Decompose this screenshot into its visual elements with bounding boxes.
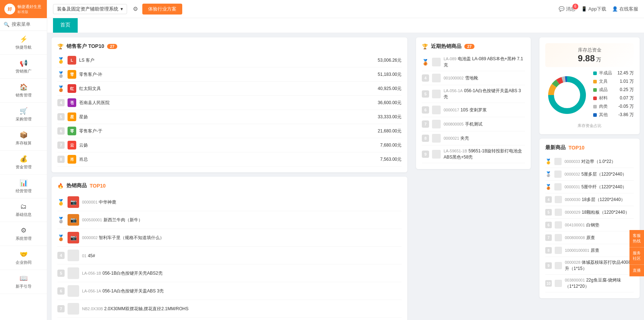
product-name: 雪地靴 [465, 75, 478, 81]
list-item: 8 0000011 12070519-xs [57, 318, 402, 320]
product-thumbnail [68, 285, 79, 297]
rank-number: 5 [422, 90, 429, 98]
sidebar-item-quicknav[interactable]: ⚡ 快捷导航 [0, 31, 47, 55]
message-btn[interactable]: 💬 消息 6 [559, 6, 575, 12]
legend-item: 半成品 12.45 万 [593, 70, 634, 76]
list-item: 7 NB2.0X30B 2.0X30MM双摆花轴,摆花直径2.1MM/ROHS [57, 300, 402, 318]
search-icon: 🔍 [4, 22, 9, 27]
product-code: 000500001 [82, 218, 102, 222]
customers-rank-list: 🥇 L LS 客户 53,006.26元 🥈 零 零售客户-许 51,183.0… [57, 53, 402, 167]
product-icon [554, 158, 562, 165]
sidebar-item-operations[interactable]: 📊 经营管理 [0, 175, 47, 198]
medal-icon: 🥈 [57, 217, 65, 223]
rank-number: 5 [57, 270, 65, 277]
customer-amount: 21,680.00元 [378, 128, 402, 134]
customer-amount: 40,925.00元 [378, 86, 402, 92]
float-btn-live[interactable]: 直播 [629, 265, 644, 276]
rank-number: 4 [57, 252, 65, 259]
product-info: 003800001 22g鱼豆腐-烧烤味（1*12*20） [565, 277, 634, 290]
guide-label: 新手引导 [16, 284, 32, 289]
tab-home[interactable]: 首页 [53, 18, 78, 33]
product-name: 5厘多层（1220*2440） [581, 172, 627, 177]
legend-category: 文具 [599, 78, 617, 85]
settings-icon[interactable]: ⚙ [133, 5, 138, 12]
sidebar-item-collab[interactable]: 🤝 企业协同 [0, 246, 47, 270]
legend-category: 成品 [599, 87, 617, 93]
product-info: 0000033 对边带（1.0*22） [564, 159, 634, 165]
trophy2-icon: 🏆 [422, 44, 428, 49]
sidebar-item-purchase[interactable]: 🛒 采购管理 [0, 103, 47, 127]
online-service-btn[interactable]: 👤 在线客服 [612, 6, 638, 12]
sidebar-item-basicinfo[interactable]: 🗂 基础信息 [0, 198, 47, 222]
rank-number: 6 [422, 106, 429, 114]
medal-icon: 🥇 [57, 199, 65, 206]
list-item: 6 LA-056-1A 056-1A白色按键开关盖ABS 3壳 [57, 282, 402, 300]
product-code: 0000029 [565, 210, 580, 214]
sidebar-item-system[interactable]: ⚙ 系统管理 [0, 222, 47, 246]
product-info: 0000017 10S 变刺罗浆 [444, 107, 525, 113]
inventory-icon: 📦 [20, 131, 28, 139]
product-info: 0000029 18颗粒板（1220*2440） [565, 209, 634, 216]
trial-button[interactable]: 体验行业方案 [142, 4, 182, 15]
customer-name: 红太阳文具 [79, 86, 375, 92]
logo-icon: 好 [4, 4, 15, 15]
customer-name: 肖总 [79, 156, 377, 163]
legend-dot [593, 97, 597, 100]
latest-top10-label: TOP10 [568, 145, 584, 151]
sidebar-search[interactable]: 🔍 搜索菜单 [0, 18, 47, 31]
product-info: 0000001 中华神鹿 [82, 199, 402, 205]
app-download-btn[interactable]: 📱 App下载 [581, 6, 606, 12]
list-item: 5 0000029 18颗粒板（1220*2440） [545, 206, 634, 219]
medal-icon: 🥉 [545, 184, 551, 190]
product-name: 对边带（1.0*22） [581, 159, 616, 164]
customer-name: 零售客户-于 [79, 128, 375, 134]
logo-text: 畅捷通好生意 标准版 [17, 4, 41, 14]
content-right: 库存总资金 9.88 万 [535, 33, 644, 320]
product-thumbnail [68, 303, 79, 315]
product-info: 0000032 5厘多层（1220*2440） [564, 171, 634, 177]
legend-category: 肉类 [599, 103, 616, 110]
product-name: 夹壳 [460, 136, 469, 141]
product-code: LA-59651-1B [444, 149, 467, 153]
recent-hot-header: 🏆 近期热销商品 27 [422, 43, 525, 50]
product-name: 18多层（1220*2440） [582, 197, 625, 202]
product-name: 45# [88, 253, 95, 258]
product-icon [555, 196, 562, 203]
customer-amount: 36,600.00元 [378, 100, 402, 106]
customers-badge: 27 [107, 44, 117, 49]
product-name: 056-1A白色按键开关盖ABS 3壳 [102, 288, 164, 294]
sales-icon: 🏠 [20, 83, 28, 91]
latest-products-card: 最新商品 TOP10 🥇 0000033 对边带（1.0*22） 🥈 00000… [539, 139, 640, 298]
marketing-label: 营销推广 [16, 69, 32, 74]
float-btn-community[interactable]: 服务社区 [629, 247, 644, 265]
rank-number: 6 [545, 222, 552, 228]
inventory-card: 库存总资金 9.88 万 [539, 37, 640, 134]
product-code: 000800005 [444, 122, 464, 126]
basicinfo-icon: 🗂 [20, 203, 27, 210]
list-item: 4 01 45# [57, 247, 402, 264]
system-label: 系统管理 [16, 236, 32, 241]
product-code: 001000002 [444, 76, 464, 80]
sidebar-item-finance[interactable]: 💰 资金管理 [0, 151, 47, 175]
sidebar-item-sales[interactable]: 🏠 销售管理 [0, 79, 47, 103]
operations-label: 经营管理 [16, 188, 32, 194]
float-btn-service[interactable]: 客服热线 [629, 230, 644, 247]
product-code: 0000001 [82, 200, 98, 204]
product-code: LA-056-1A [82, 289, 101, 293]
product-name: 手机测试 [465, 122, 482, 127]
system-selector[interactable]: 装备及固定资产辅助管理系统 ▾ [53, 4, 127, 14]
content-left: 🏆 销售客户 TOP10 27 🥇 L LS 客户 53,006.26元 🥈 零… [47, 33, 412, 320]
list-item: 8 10000100001 原查 [545, 244, 634, 257]
rank-number: 10 [545, 280, 552, 287]
legend-dot [593, 80, 597, 83]
list-item: 🥉 LA-089 电池盖 LA-089 ABS本色+黑种 7.1克 [422, 53, 525, 71]
sidebar-item-inventory[interactable]: 📦 库存核算 [0, 127, 47, 151]
product-icon [554, 183, 562, 190]
legend-item: 材料 0.07 万 [593, 95, 634, 101]
product-thumbnail [68, 250, 79, 261]
sidebar-item-marketing[interactable]: 📢 营销推广 [0, 55, 47, 79]
list-item: 5 LA-056-1B 056-1B白色按键开关壳ABS2壳 [57, 264, 402, 282]
product-name: 新西兰牛肉（新牛） [103, 217, 143, 222]
list-item: 🥈 0000032 5厘多层（1220*2440） [545, 168, 634, 181]
sidebar-item-guide[interactable]: 📖 新手引导 [0, 270, 47, 294]
